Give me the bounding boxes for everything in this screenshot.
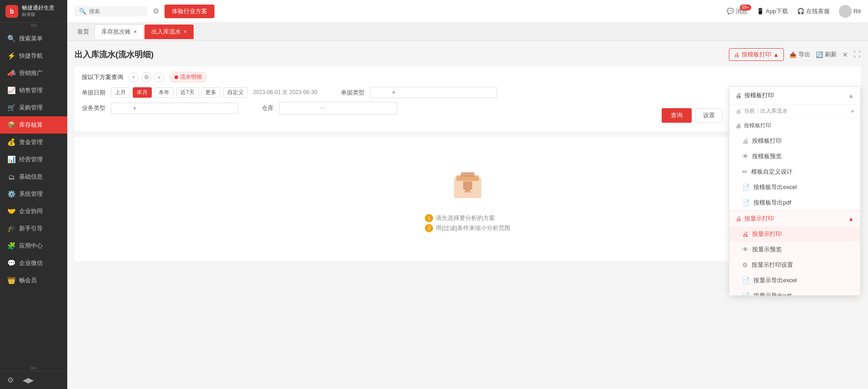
doc-type-select[interactable]: ▾ — [370, 87, 497, 98]
current-label-icon: 🖨 — [736, 108, 741, 115]
app-download-label: App下载 — [766, 7, 788, 15]
display-preview-item[interactable]: 👁 按显示预览 — [729, 242, 860, 257]
dropdown-scrollable: 🖨 当前：出入库流水 ▾ 🖨 按模板打印 🖨 按模 — [729, 105, 860, 295]
print-icon: 🖨 — [734, 51, 740, 58]
sidebar-item-operations[interactable]: 📊经营管理 — [0, 151, 67, 168]
warehouse-select[interactable]: ··· — [279, 102, 397, 115]
display-print-item[interactable]: 🖨 按显示打印 — [729, 226, 860, 242]
biz-type-chevron-down-icon: ▾ — [133, 105, 136, 112]
active-filter-label: 流水明细 — [180, 73, 202, 81]
template-preview-item[interactable]: 👁 按模板预览 — [729, 149, 860, 164]
tab-home[interactable]: 首页 — [73, 28, 94, 36]
current-chevron-down-icon[interactable]: ▾ — [851, 108, 854, 115]
display-print-header[interactable]: 🖨 按显示打印 ▲ — [729, 211, 860, 226]
sidebar: b 畅捷通好生意 标准版 🔍搜索菜单⚡快捷导航📣营销推广📈销售管理🛒采购管理📦库… — [0, 0, 67, 389]
add-filter-btn[interactable]: + — [129, 72, 139, 82]
collapse-icon[interactable]: ◀▶ — [23, 376, 34, 384]
search-input[interactable] — [89, 8, 135, 15]
doc-type-label: 单据类型 — [341, 89, 364, 97]
topbar-gear-icon[interactable]: ⚙ — [153, 7, 159, 15]
biz-type-select[interactable]: ▾ — [111, 103, 238, 114]
collapse-filter-btn[interactable]: « — [154, 72, 164, 82]
sidebar-item-guide[interactable]: 🎓新手引导 — [0, 220, 67, 237]
template-export-pdf-item[interactable]: 📄 按模板导出pdf — [729, 195, 860, 210]
sidebar-item-label: 资金管理 — [19, 138, 43, 146]
print-dropdown-panel: 🖨 按模板打印 ▲ 🖨 当前：出入库流水 ▾ — [729, 86, 861, 296]
sidebar-bottom: ⚙ ◀▶ — [0, 371, 67, 389]
print-template-btn[interactable]: 🖨 按模板打印 ▲ — [729, 48, 784, 61]
close-panel-btn[interactable]: ✕ — [842, 50, 848, 59]
svg-rect-2 — [461, 172, 474, 177]
customer-service-btn[interactable]: 🎧 在线客服 — [797, 7, 830, 15]
sidebar-item-sales[interactable]: 📈销售管理 — [0, 82, 67, 99]
display-export-excel-item[interactable]: 📄 按显示导出excel — [729, 273, 860, 288]
tab-in-out-flow[interactable]: 出入库流水× — [145, 25, 194, 39]
main-area: 🔍 ⚙ 体验行业方案 💬 消息 99+ 📱 App下载 🎧 在线客服 Rit — [67, 0, 868, 389]
tab-close-icon[interactable]: × — [134, 29, 137, 35]
display-export-pdf-icon: 📄 — [742, 292, 750, 295]
scroll-down-indicator[interactable] — [0, 365, 67, 371]
sidebar-item-marketing[interactable]: 📣营销推广 — [0, 65, 67, 82]
date-btn-本月[interactable]: 本月 — [133, 87, 152, 98]
topbar-search-box[interactable]: 🔍 — [75, 6, 147, 16]
sidebar-item-system[interactable]: ⚙️系统管理 — [0, 185, 67, 203]
tab-close-icon[interactable]: × — [184, 29, 187, 35]
filter-label: 按以下方案查询 — [82, 73, 123, 81]
date-btn-近7天[interactable]: 近7天 — [176, 87, 199, 98]
logo-text-block: 畅捷通好生意 标准版 — [22, 5, 55, 18]
date-btn-上月[interactable]: 上月 — [111, 87, 130, 98]
sidebar-item-search[interactable]: 🔍搜索菜单 — [0, 30, 67, 47]
sidebar-item-cooperation[interactable]: 🤝企业协同 — [0, 203, 67, 220]
date-btn-更多[interactable]: 更多 — [201, 87, 220, 98]
display-print-header-icon: 🖨 — [736, 215, 742, 222]
template-export-excel-item[interactable]: 📄 按模板导出excel — [729, 180, 860, 195]
sidebar-item-appstore[interactable]: 🧩应用中心 — [0, 237, 67, 254]
sidebar-item-purchase[interactable]: 🛒采购管理 — [0, 99, 67, 116]
sidebar-item-finance[interactable]: 💰资金管理 — [0, 134, 67, 151]
appstore-icon: 🧩 — [7, 242, 15, 250]
dropdown-chevron-up-icon[interactable]: ▲ — [848, 92, 854, 99]
search-icon: 🔍 — [7, 35, 15, 43]
empty-illustration — [447, 164, 488, 205]
template-print-section: 🖨 按模板打印 🖨 按模板打印 👁 按模板预览 ✏ 模板自定义设 — [729, 118, 860, 210]
tab-label: 出入库流水 — [151, 28, 181, 36]
tab-label: 库存批次账 — [101, 28, 131, 36]
date-btn-本年[interactable]: 本年 — [155, 87, 174, 98]
gear-filter-btn[interactable]: ⚙ — [141, 72, 151, 82]
notifications-btn[interactable]: 💬 消息 99+ — [727, 7, 748, 15]
template-custom-item[interactable]: ✏ 模板自定义设计 — [729, 164, 860, 180]
refresh-btn[interactable]: 🔄 刷新 — [816, 50, 837, 59]
export-btn[interactable]: 📤 导出 — [789, 50, 810, 59]
sidebar-item-inventory[interactable]: 📦库存核算 — [0, 116, 67, 134]
scroll-up-indicator[interactable] — [0, 23, 67, 28]
sales-icon: 📈 — [7, 86, 15, 95]
display-section-chevron-up-icon[interactable]: ▲ — [848, 215, 854, 222]
sidebar-item-vip[interactable]: 👑畅会员 — [0, 272, 67, 289]
template-custom-icon: ✏ — [742, 168, 748, 175]
sidebar-item-quick-nav[interactable]: ⚡快捷导航 — [0, 47, 67, 65]
app-download-btn[interactable]: 📱 App下载 — [757, 7, 788, 15]
template-print-item[interactable]: 🖨 按模板打印 — [729, 133, 860, 149]
display-preview-icon: 👁 — [742, 246, 748, 253]
sidebar-item-base[interactable]: 🗂基础信息 — [0, 168, 67, 185]
industry-btn[interactable]: 体验行业方案 — [165, 5, 215, 18]
tab-batch-account[interactable]: 库存批次账× — [95, 25, 144, 39]
settings-btn[interactable]: 设置 — [695, 108, 723, 123]
query-btn[interactable]: 查询 — [662, 108, 692, 123]
expand-panel-btn[interactable]: ⛶ — [853, 50, 861, 59]
user-avatar-area[interactable]: Rit — [839, 5, 861, 18]
cooperation-icon: 🤝 — [7, 207, 15, 215]
wechat-icon: 💬 — [7, 259, 15, 267]
sidebar-item-wechat[interactable]: 💬企业微信 — [0, 254, 67, 272]
display-export-pdf-item[interactable]: 📄 按显示导出pdf — [729, 288, 860, 295]
system-icon: ⚙️ — [7, 190, 15, 198]
refresh-icon: 🔄 — [816, 51, 823, 58]
template-print-header[interactable]: 🖨 按模板打印 — [729, 118, 860, 133]
display-print-settings-item[interactable]: ⚙ 按显示打印设置 — [729, 257, 860, 273]
settings-icon[interactable]: ⚙ — [7, 376, 14, 384]
warehouse-more-icon[interactable]: ··· — [319, 104, 325, 112]
date-btn-自定义[interactable]: 自定义 — [223, 87, 248, 98]
active-filter-tag[interactable]: 流水明细 — [170, 72, 207, 82]
sidebar-item-label: 应用中心 — [19, 242, 43, 250]
sidebar-item-label: 新手引导 — [19, 224, 43, 233]
